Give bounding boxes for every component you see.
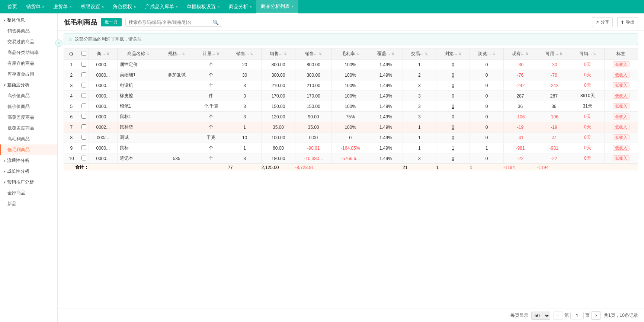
share-btn[interactable]: ↗ 分享	[592, 17, 613, 27]
row-name-8[interactable]: 鼠标	[117, 143, 159, 153]
select-all-checkbox[interactable]	[81, 51, 86, 56]
nav-close-btn-5[interactable]: ×	[176, 4, 178, 9]
total-sale-amount: -8,723.91	[295, 164, 332, 170]
col-spec[interactable]: 规格... ⇅	[159, 48, 194, 60]
nav-item-8[interactable]: 商品分析列表×	[256, 0, 298, 13]
col-available[interactable]: 可用... ⇅	[537, 48, 571, 60]
col-unit[interactable]: 计量... ⇅	[194, 48, 228, 60]
sidebar-item-1-1[interactable]: 低价值商品	[0, 101, 57, 112]
nav-close-btn-3[interactable]: ×	[102, 4, 104, 9]
prev-page-btn[interactable]: ＜	[553, 311, 563, 320]
sidebar-item-1-0[interactable]: 高价值商品	[0, 90, 57, 101]
col-sale-amount[interactable]: 销售... ⇅	[295, 48, 332, 60]
content-header: 低毛利商品 近一月 🔍 ↗ 分享 ⬆ 导出	[58, 13, 644, 31]
nav-close-btn-6[interactable]: ×	[217, 4, 220, 9]
row-name-3[interactable]: 橡皮擦	[117, 91, 159, 101]
export-btn[interactable]: ⬆ 导出	[617, 17, 638, 27]
sidebar-item-4-0[interactable]: 全部商品	[0, 188, 57, 198]
col-sale-qty[interactable]: 销售... ⇅	[228, 48, 261, 60]
col-gross-margin[interactable]: 毛利率 ⇅	[332, 48, 369, 60]
sidebar-item-1-4[interactable]: 高毛利商品	[0, 134, 57, 144]
row-checkbox-0[interactable]	[81, 62, 86, 67]
filter-btn[interactable]: 近一月	[101, 18, 122, 26]
view1-link-5[interactable]: 0	[452, 114, 454, 119]
row-name-2[interactable]: 电话机	[117, 80, 159, 91]
nav-item-0[interactable]: 首页	[3, 0, 22, 13]
row-coverage-2: 1.49%	[369, 80, 403, 91]
row-name-7[interactable]: 测试	[117, 133, 159, 143]
col-code[interactable]: 商... ⇅	[89, 48, 117, 60]
col-view1[interactable]: 浏览... ⇅	[436, 48, 470, 60]
sidebar-group-1[interactable]: ▾ 差额度分析	[0, 80, 57, 90]
col-saleable[interactable]: 可销... ⇅	[571, 48, 604, 60]
nav-item-2[interactable]: 进货单×	[49, 0, 76, 13]
next-page-btn[interactable]: ＞	[591, 311, 601, 320]
row-check-8	[79, 143, 89, 153]
sidebar-item-1-2[interactable]: 高覆盖度商品	[0, 112, 57, 123]
sidebar-item-0-4[interactable]: 库存资金占用	[0, 69, 57, 80]
search-input[interactable]	[129, 20, 212, 25]
nav-item-4[interactable]: 角色授权×	[108, 0, 140, 13]
row-avail-4: 36	[537, 101, 571, 112]
nav-item-1[interactable]: 销货单×	[22, 0, 49, 13]
view1-link-7[interactable]: 0	[452, 135, 454, 140]
row-spec-5	[159, 112, 194, 122]
col-view2[interactable]: 浏览... ⇅	[470, 48, 503, 60]
row-name-6[interactable]: 鼠标垫	[117, 122, 159, 133]
view1-link-1[interactable]: 0	[452, 73, 454, 78]
nav-close-btn-7[interactable]: ×	[250, 4, 252, 9]
row-checkbox-6[interactable]	[81, 124, 86, 129]
page-number-input[interactable]	[570, 312, 584, 319]
sidebar-group-2[interactable]: ▸ 流通性分析	[0, 155, 57, 166]
nav-item-7[interactable]: 商品分析×	[224, 0, 256, 13]
view1-link-0[interactable]: 0	[452, 62, 454, 67]
col-name[interactable]: 商品名称 ⇅	[117, 48, 159, 60]
row-name-5[interactable]: 鼠标1	[117, 112, 159, 122]
sidebar-item-1-5[interactable]: 低毛利商品	[0, 144, 57, 155]
nav-close-btn-8[interactable]: ×	[291, 4, 294, 9]
sidebar-item-0-1[interactable]: 交易过的商品	[0, 36, 57, 47]
sidebar-item-0-0[interactable]: 销售类商品	[0, 26, 57, 36]
row-checkbox-7[interactable]	[81, 135, 86, 140]
sort-icon-coverage: ⇅	[391, 52, 394, 56]
row-checkbox-1[interactable]	[81, 72, 86, 77]
total-available: -1194	[537, 164, 571, 170]
sidebar-item-4-1[interactable]: 新品	[0, 198, 57, 209]
nav-item-5[interactable]: 产成品入库单×	[141, 0, 182, 13]
sidebar-group-0[interactable]: ▾ 整体信息	[0, 15, 57, 26]
sidebar-item-0-2[interactable]: 商品分类助销率	[0, 47, 57, 58]
sidebar-group-4[interactable]: ▾ 营销推广分析	[0, 177, 57, 188]
row-checkbox-5[interactable]	[81, 114, 86, 119]
row-name-9[interactable]: 笔记本	[117, 153, 159, 164]
row-checkbox-9[interactable]	[81, 156, 86, 160]
view1-link-9[interactable]: 0	[452, 156, 454, 161]
row-name-4[interactable]: 铅笔1	[117, 101, 159, 112]
nav-item-3[interactable]: 权限设置×	[76, 0, 108, 13]
row-checkbox-8[interactable]	[81, 145, 86, 150]
col-trade[interactable]: 交易... ⇅	[403, 48, 436, 60]
col-stock[interactable]: 现有... ⇅	[503, 48, 537, 60]
col-coverage[interactable]: 覆盖... ⇅	[369, 48, 403, 60]
row-name-0[interactable]: 属性定价	[117, 60, 159, 70]
sidebar-item-0-3[interactable]: 有库存的商品	[0, 58, 57, 69]
per-page-select[interactable]: 102050100	[531, 312, 550, 320]
row-checkbox-2[interactable]	[81, 83, 86, 87]
view1-link-6[interactable]: 0	[452, 125, 454, 130]
nav-item-6[interactable]: 单据模板设置×	[182, 0, 224, 13]
view1-link-3[interactable]: 0	[452, 93, 454, 99]
nav-close-btn-4[interactable]: ×	[134, 4, 136, 9]
nav-close-btn-1[interactable]: ×	[42, 4, 44, 9]
view1-link-4[interactable]: 0	[452, 104, 454, 109]
col-settings[interactable]: ⚙	[64, 48, 79, 60]
view1-link-8[interactable]: 1	[452, 146, 454, 151]
sidebar-item-1-3[interactable]: 低覆盖度商品	[0, 123, 57, 134]
row-name-1[interactable]: 吴细细1	[117, 70, 159, 80]
col-sale-price[interactable]: 销售... ⇅	[262, 48, 295, 60]
nav-close-btn-2[interactable]: ×	[69, 4, 71, 9]
sidebar-collapse-btn[interactable]: «	[55, 39, 63, 47]
settings-icon[interactable]: ⚙	[69, 51, 74, 57]
sidebar-group-3[interactable]: ▸ 成长性分析	[0, 166, 57, 177]
row-checkbox-3[interactable]	[81, 93, 86, 98]
view1-link-2[interactable]: 0	[452, 83, 454, 88]
row-checkbox-4[interactable]	[81, 103, 86, 108]
